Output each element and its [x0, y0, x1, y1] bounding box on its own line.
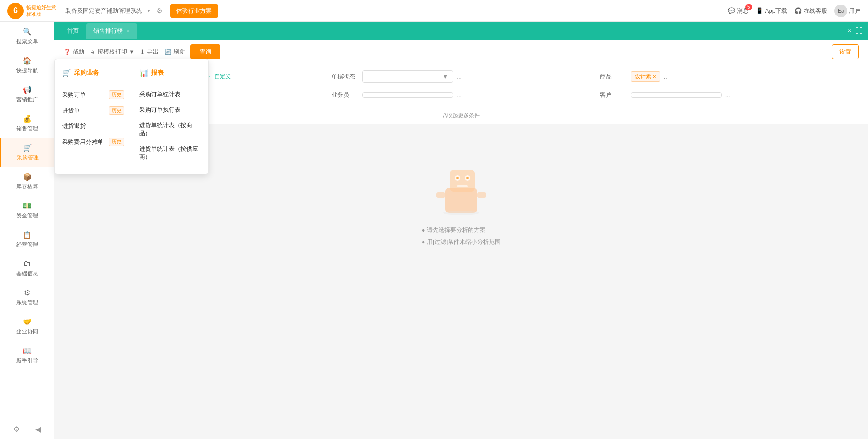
help-btn[interactable]: ❓ 帮助	[63, 48, 84, 56]
refresh-btn[interactable]: 🔄 刷新	[164, 48, 185, 56]
status-select[interactable]: ▼	[362, 70, 453, 83]
settings-icon[interactable]: ⚙	[156, 6, 163, 15]
sidebar-label-quick-nav: 快捷导航	[16, 67, 38, 74]
sidebar-item-marketing[interactable]: 📢 营销推广	[0, 80, 54, 109]
tab-sales-rank[interactable]: 销售排行榜 ×	[86, 23, 137, 39]
filter-group-goods: 商品 设计素 × ...	[600, 70, 859, 83]
collapse-icon: ⋀	[443, 112, 447, 119]
tab-sales-rank-label: 销售排行榜	[93, 27, 123, 35]
sidebar-item-finance[interactable]: 💵 资金管理	[0, 196, 54, 225]
sidebar: 🔍 搜索菜单 🏠 快捷导航 📢 营销推广 💰 销售管理 🛒 采购管理 📦 库存核…	[0, 22, 54, 439]
sidebar-item-search[interactable]: 🔍 搜索菜单	[0, 22, 54, 51]
tab-bar: 首页 销售排行榜 × × ⛶	[54, 22, 868, 40]
tab-fullscreen-icon[interactable]: ⛶	[855, 27, 863, 35]
sidebar-item-system[interactable]: ⚙ 系统管理	[0, 283, 54, 312]
settings-button[interactable]: 设置	[832, 44, 859, 59]
system-icon: ⚙	[24, 288, 30, 297]
filter-group-salesperson: 业务员 ...	[332, 88, 590, 102]
date-custom-btn[interactable]: 自定义	[214, 73, 232, 80]
customer-input[interactable]	[631, 92, 722, 98]
headset-icon: 🎧	[795, 7, 802, 14]
export-btn[interactable]: ⬇ 导出	[140, 48, 159, 56]
user-area[interactable]: Ea 用户	[834, 5, 861, 17]
tab-close-all-icon[interactable]: ×	[848, 27, 852, 35]
phone-icon: 📱	[756, 7, 763, 14]
industry-btn[interactable]: 体验行业方案	[170, 4, 218, 18]
dropdown-menu: 🛒 采购业务 采购订单 历史 进货单 历史 进货退货 采购费用分摊单 历史 📊	[54, 59, 209, 174]
tab-close-icon[interactable]: ×	[127, 28, 130, 34]
sidebar-bottom: ⚙ ◀	[0, 419, 54, 439]
salesperson-more-icon[interactable]: ...	[457, 92, 462, 99]
hist-badge-expense[interactable]: 历史	[109, 138, 124, 146]
sidebar-label-marketing: 营销推广	[16, 96, 38, 104]
sidebar-item-operations[interactable]: 📋 经营管理	[0, 225, 54, 254]
top-right: 💬 消息 5 📱 App下载 🎧 在线客服 Ea 用户	[728, 5, 861, 17]
goods-tag: 设计素 ×	[631, 71, 660, 82]
sidebar-item-purchase[interactable]: 🛒 采购管理	[0, 138, 54, 167]
tab-home[interactable]: 首页	[60, 23, 86, 39]
sidebar-label-guide: 新手引导	[16, 357, 38, 365]
filter-group-customer: 客户 ...	[600, 88, 859, 102]
sidebar-label-system: 系统管理	[16, 299, 38, 306]
goods-tag-remove-icon[interactable]: ×	[653, 74, 656, 80]
purchase-icon: 🛒	[23, 143, 32, 152]
sidebar-label-enterprise: 企业协同	[16, 328, 38, 335]
search-icon: 🔍	[23, 27, 32, 36]
finance-icon: 💵	[23, 202, 32, 210]
empty-text: 请先选择要分析的方案 用[过滤]条件来缩小分析范围	[422, 224, 501, 248]
reports-col-icon: 📊	[139, 69, 148, 77]
status-arrow-icon: ▼	[442, 73, 448, 80]
sidebar-item-basic-info[interactable]: 🗂 基础信息	[0, 254, 54, 283]
sidebar-item-quick-nav[interactable]: 🏠 快捷导航	[0, 51, 54, 80]
empty-illustration	[434, 161, 488, 215]
hist-badge-inbound[interactable]: 历史	[109, 106, 124, 115]
dropdown-item-inbound-supplier[interactable]: 进货单统计表（按供应商）	[139, 141, 201, 165]
customer-more-icon[interactable]: ...	[725, 92, 730, 99]
sidebar-settings-icon[interactable]: ⚙	[13, 425, 20, 434]
system-title: 装备及固定资产辅助管理系统 ▼	[65, 7, 153, 15]
logo-area: 6 畅捷通好生意 标准版	[7, 3, 62, 19]
sidebar-item-sales[interactable]: 💰 销售管理	[0, 109, 54, 138]
dropdown-arrow-icon[interactable]: ▼	[146, 8, 151, 13]
dropdown-item-return[interactable]: 进货退货	[62, 118, 124, 134]
dropdown-col-reports-title: 📊 报表	[139, 69, 201, 81]
avatar: Ea	[834, 5, 847, 17]
salesperson-input[interactable]	[362, 92, 453, 98]
dropdown-columns: 🛒 采购业务 采购订单 历史 进货单 历史 进货退货 采购费用分摊单 历史 📊	[55, 65, 208, 168]
message-btn[interactable]: 💬 消息 5	[728, 7, 749, 15]
dropdown-item-purchase-order[interactable]: 采购订单 历史	[62, 87, 124, 103]
salesperson-label: 业务员	[332, 91, 359, 99]
status-label: 单据状态	[332, 73, 359, 81]
sidebar-label-sales: 销售管理	[16, 125, 38, 133]
print-icon: 🖨	[90, 49, 96, 55]
sidebar-item-inventory[interactable]: 📦 库存核算	[0, 167, 54, 196]
dropdown-col-reports: 📊 报表 采购订单统计表 采购订单执行表 进货单统计表（按商品） 进货单统计表（…	[132, 65, 209, 168]
app-download-btn[interactable]: 📱 App下载	[756, 7, 787, 15]
dropdown-item-inbound-goods[interactable]: 进货单统计表（按商品）	[139, 118, 201, 141]
tab-bar-actions: × ⛶	[848, 27, 863, 35]
refresh-icon: 🔄	[164, 49, 171, 55]
sidebar-label-purchase: 采购管理	[17, 154, 39, 162]
sales-icon: 💰	[23, 114, 32, 123]
hist-badge-purchase-order[interactable]: 历史	[109, 90, 124, 99]
logo-icon: 6	[7, 3, 24, 19]
dropdown-item-order-exec[interactable]: 采购订单执行表	[139, 102, 201, 118]
svg-rect-7	[436, 192, 445, 198]
online-service-btn[interactable]: 🎧 在线客服	[795, 7, 827, 15]
help-icon: ❓	[63, 49, 71, 55]
inventory-icon: 📦	[23, 173, 32, 181]
dropdown-item-expense[interactable]: 采购费用分摊单 历史	[62, 134, 124, 150]
sidebar-item-enterprise[interactable]: 🤝 企业协同	[0, 312, 54, 341]
message-icon: 💬	[728, 7, 735, 14]
dropdown-item-order-stats[interactable]: 采购订单统计表	[139, 87, 201, 102]
sidebar-label-inventory: 库存核算	[16, 183, 38, 191]
search-button[interactable]: 查询	[190, 44, 220, 59]
print-arrow-icon: ▼	[129, 49, 135, 55]
svg-rect-0	[445, 188, 477, 213]
sidebar-collapse-icon[interactable]: ◀	[35, 425, 41, 434]
print-btn[interactable]: 🖨 按模板打印 ▼	[90, 48, 135, 56]
goods-more-icon[interactable]: ...	[664, 73, 669, 80]
dropdown-item-inbound[interactable]: 进货单 历史	[62, 103, 124, 118]
status-more-icon[interactable]: ...	[457, 73, 462, 80]
sidebar-item-guide[interactable]: 📖 新手引导	[0, 341, 54, 370]
